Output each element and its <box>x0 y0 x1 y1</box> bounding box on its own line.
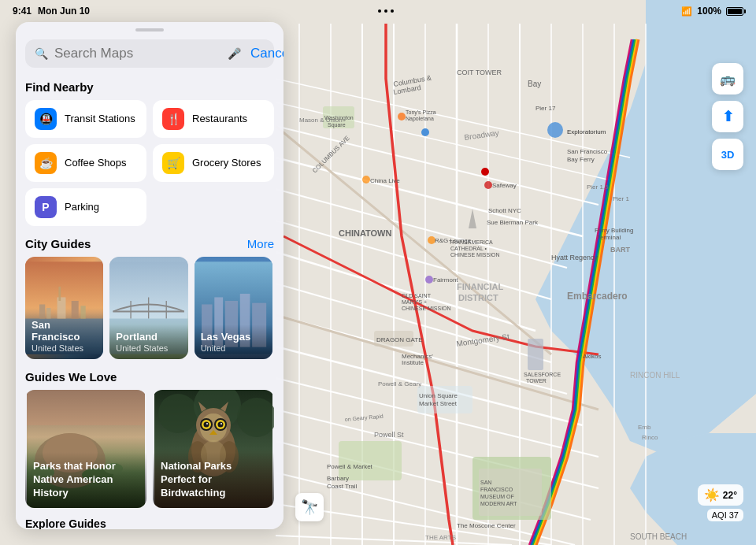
svg-text:RINCON HILL: RINCON HILL <box>630 371 680 380</box>
city-guides-title: City Guides <box>25 237 91 250</box>
svg-text:MODERN ART: MODERN ART <box>480 501 517 506</box>
parking-label: Parking <box>65 201 99 213</box>
threed-button[interactable]: 3D <box>712 139 743 170</box>
svg-point-71 <box>425 276 433 284</box>
transit-icon: 🚇 <box>35 108 57 130</box>
svg-text:Schott NYC: Schott NYC <box>488 207 521 214</box>
battery-icon <box>726 7 743 16</box>
svg-text:Coast Trail: Coast Trail <box>327 483 357 490</box>
svg-text:Napoletana: Napoletana <box>406 116 434 122</box>
svg-text:Exploratorium: Exploratorium <box>567 128 606 135</box>
svg-text:SALESFORCE: SALESFORCE <box>524 372 561 377</box>
svg-text:THE ARTS: THE ARTS <box>425 534 456 541</box>
search-bar[interactable]: 🔍 🎤 Cancel <box>25 39 274 68</box>
city-guides-header: City Guides More <box>25 237 274 250</box>
svg-point-109 <box>481 168 489 176</box>
svg-point-40 <box>547 122 563 138</box>
svg-point-110 <box>421 128 429 136</box>
aqi-value: AQI 37 <box>712 510 739 520</box>
grocery-label: Grocery Stores <box>192 157 261 169</box>
svg-text:Bay: Bay <box>528 80 541 88</box>
transit-button[interactable]: 🚌 <box>712 63 743 95</box>
city-guide-san-francisco[interactable]: San Francisco United States <box>25 257 103 359</box>
svg-point-139 <box>158 394 198 433</box>
map-bottom-right: ☀️ 22° AQI 37 <box>698 484 743 521</box>
svg-rect-114 <box>58 287 61 301</box>
svg-point-49 <box>398 113 406 120</box>
svg-text:Bay Ferry: Bay Ferry <box>567 156 595 163</box>
grocery-icon: 🛒 <box>162 152 184 174</box>
guide-birdwatching[interactable]: National Parks Perfect for Birdwatching <box>153 390 274 508</box>
svg-text:Barbary: Barbary <box>327 475 349 482</box>
cancel-button[interactable]: Cancel <box>247 46 284 61</box>
search-icon: 🔍 <box>35 47 48 60</box>
svg-text:Market Street: Market Street <box>419 400 458 407</box>
aqi-badge: AQI 37 <box>707 509 743 521</box>
svg-text:BART: BART <box>610 246 630 254</box>
guides-we-love-row: Parks that Honor Native American History <box>25 390 274 508</box>
svg-point-150 <box>218 422 224 428</box>
sf-city-name: San Francisco <box>32 319 97 343</box>
guides-we-love-title: Guides We Love <box>25 370 117 384</box>
svg-text:CHINESE MISSION: CHINESE MISSION <box>450 252 500 258</box>
birdwatching-guide-overlay: National Parks Perfect for Birdwatching <box>153 452 274 508</box>
svg-text:TRANSAMERICA: TRANSAMERICA <box>449 239 493 245</box>
svg-text:China Live: China Live <box>370 177 400 184</box>
birdwatching-guide-title: National Parks Perfect for Birdwatching <box>161 460 266 500</box>
temperature-value: 22° <box>723 490 737 501</box>
location-button[interactable]: ⬆ <box>712 101 743 132</box>
city-guides-more-button[interactable]: More <box>247 237 274 250</box>
svg-text:Terminal: Terminal <box>597 234 621 241</box>
map-controls: 🚌 ⬆ 3D <box>712 63 743 170</box>
restaurants-label: Restaurants <box>192 113 247 125</box>
find-nearby-grid: 🚇 Transit Stations 🍴 Restaurants ☕ Coffe… <box>25 100 274 226</box>
svg-rect-137 <box>27 390 145 425</box>
guide-parks-native-american[interactable]: Parks that Honor Native American History <box>25 390 146 508</box>
svg-text:Union Square: Union Square <box>419 392 458 399</box>
svg-text:San Francisco: San Francisco <box>567 148 608 155</box>
nearby-item-restaurants[interactable]: 🍴 Restaurants <box>153 100 274 138</box>
svg-text:Fairmont: Fairmont <box>433 276 458 284</box>
sun-icon: ☀️ <box>704 488 720 502</box>
panel-scroll: Find Nearby 🚇 Transit Stations 🍴 Restaur… <box>16 72 284 529</box>
status-time: 9:41 <box>13 6 32 17</box>
transit-map-icon: 🚌 <box>720 72 736 87</box>
svg-text:Ferry Building: Ferry Building <box>595 227 633 234</box>
city-guide-las-vegas[interactable]: Las Vegas United <box>195 257 272 359</box>
portland-country: United States <box>116 343 181 353</box>
svg-text:TOWER: TOWER <box>526 378 547 384</box>
search-input[interactable] <box>54 46 221 61</box>
svg-text:COIT TOWER: COIT TOWER <box>457 69 502 76</box>
nearby-item-grocery[interactable]: 🛒 Grocery Stores <box>153 144 274 182</box>
svg-text:Pier 1: Pier 1 <box>613 195 629 202</box>
location-icon: ⬆ <box>722 108 734 125</box>
wifi-icon: 📶 <box>681 6 692 17</box>
binoculars-button[interactable]: 🔭 <box>295 493 324 521</box>
guides-we-love-header: Guides We Love <box>25 370 274 384</box>
svg-text:Powell & Geary: Powell & Geary <box>378 380 421 387</box>
explore-guides-label: Explore Guides <box>25 517 274 529</box>
city-guide-portland[interactable]: Portland United States <box>109 257 187 359</box>
city-guides-row: San Francisco United States <box>25 257 274 359</box>
svg-text:FINANCIAL: FINANCIAL <box>457 282 504 291</box>
find-nearby-title: Find Nearby <box>25 80 274 94</box>
panel-handle[interactable] <box>135 28 164 32</box>
map-bottom-left: 🔭 <box>295 493 324 521</box>
portland-city-name: Portland <box>116 331 181 343</box>
nearby-item-coffee[interactable]: ☕ Coffee Shops <box>25 144 146 182</box>
svg-point-56 <box>484 181 492 189</box>
svg-text:SOUTH BEACH: SOUTH BEACH <box>630 532 687 541</box>
nearby-item-parking[interactable]: P Parking <box>25 188 146 226</box>
svg-text:Emb: Emb <box>638 424 651 431</box>
svg-point-152 <box>220 423 222 425</box>
lasvegas-city-name: Las Vegas <box>201 331 266 343</box>
svg-text:Rinco: Rinco <box>642 434 658 441</box>
lasvegas-country: United <box>201 343 266 353</box>
city-guide-lasvegas-overlay: Las Vegas United <box>195 324 272 359</box>
binoculars-icon: 🔭 <box>301 499 318 516</box>
svg-text:CHINATOWN: CHINATOWN <box>339 228 391 238</box>
search-panel: 🔍 🎤 Cancel Find Nearby 🚇 Transit Station… <box>16 22 284 529</box>
microphone-icon[interactable]: 🎤 <box>228 47 241 60</box>
coffee-icon: ☕ <box>35 152 57 174</box>
nearby-item-transit[interactable]: 🚇 Transit Stations <box>25 100 146 138</box>
